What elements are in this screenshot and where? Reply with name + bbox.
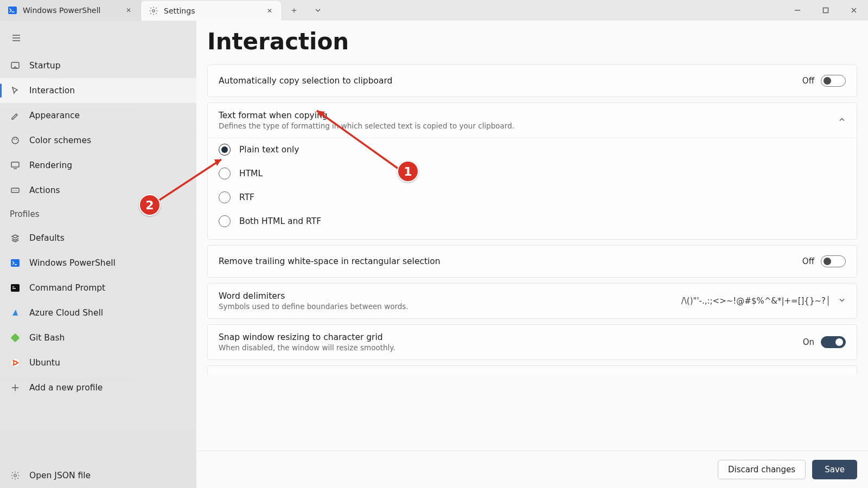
plus-icon — [10, 382, 21, 393]
setting-trim-whitespace[interactable]: Remove trailing white-space in rectangul… — [207, 245, 857, 278]
brush-icon — [10, 110, 21, 121]
sidebar-item-label: Color schemes — [29, 136, 91, 145]
maximize-button[interactable] — [812, 0, 840, 21]
toggle-switch[interactable] — [821, 255, 846, 267]
sidebar-open-json[interactable]: Open JSON file — [0, 463, 196, 488]
hamburger-button[interactable] — [3, 26, 29, 50]
sidebar-item-appearance[interactable]: Appearance — [0, 103, 196, 128]
monitor-icon — [10, 160, 21, 171]
radio-group-text-format: Plain text only HTML RTF Both HTML and R… — [208, 138, 857, 239]
svg-rect-4 — [11, 62, 19, 68]
svg-point-15 — [17, 362, 19, 364]
gear-icon — [10, 470, 21, 481]
setting-label: Text format when copying — [219, 111, 328, 120]
new-tab-button[interactable]: ＋ — [282, 0, 306, 21]
setting-description: Symbols used to define boundaries betwee… — [219, 302, 409, 311]
toggle-status: On — [803, 337, 814, 347]
svg-point-17 — [13, 364, 15, 366]
svg-rect-11 — [11, 284, 20, 292]
sidebar-item-color-schemes[interactable]: Color schemes — [0, 128, 196, 153]
svg-rect-12 — [11, 333, 20, 343]
svg-rect-10 — [11, 259, 20, 267]
sidebar-item-label: Add a new profile — [29, 383, 103, 393]
sidebar-profile-ubuntu[interactable]: Ubuntu — [0, 350, 196, 375]
setting-label: Automatically copy selection to clipboar… — [219, 76, 392, 86]
svg-rect-8 — [11, 162, 19, 167]
tab-dropdown-button[interactable] — [306, 0, 330, 21]
azure-icon — [10, 307, 21, 318]
sidebar-item-label: Appearance — [29, 111, 80, 120]
tab-title: Settings — [164, 7, 260, 15]
gear-icon — [149, 6, 158, 16]
toggle-switch[interactable] — [821, 336, 846, 348]
radio-icon — [219, 215, 231, 227]
setting-text-format: Text format when copying Defines the typ… — [207, 102, 857, 240]
setting-text-format-header[interactable]: Text format when copying Defines the typ… — [208, 103, 857, 138]
radio-both[interactable]: Both HTML and RTF — [219, 215, 846, 227]
startup-icon — [10, 60, 21, 71]
setting-label: Word delimiters — [219, 291, 285, 301]
sidebar-add-profile[interactable]: Add a new profile — [0, 375, 196, 400]
svg-point-6 — [14, 139, 15, 140]
setting-label: Snap window resizing to character grid — [219, 332, 383, 342]
ubuntu-icon — [10, 357, 21, 368]
radio-label: Both HTML and RTF — [239, 216, 321, 226]
toggle-switch[interactable] — [821, 75, 846, 87]
tab-settings[interactable]: Settings ✕ — [141, 1, 282, 21]
window-controls — [783, 0, 868, 21]
powershell-icon — [8, 5, 17, 15]
close-button[interactable] — [840, 0, 868, 21]
svg-point-1 — [152, 10, 155, 12]
cursor-icon — [10, 85, 21, 96]
radio-plain-text[interactable]: Plain text only — [219, 144, 846, 156]
sidebar-item-startup[interactable]: Startup — [0, 53, 196, 78]
keyboard-icon — [10, 185, 21, 196]
sidebar-item-label: Open JSON file — [29, 471, 91, 480]
svg-point-7 — [16, 139, 17, 140]
sidebar-profile-powershell[interactable]: Windows PowerShell — [0, 251, 196, 275]
toggle-status: Off — [802, 256, 814, 266]
save-button[interactable]: Save — [812, 460, 857, 479]
footer-bar: Discard changes Save — [196, 451, 868, 488]
svg-point-16 — [13, 360, 15, 362]
sidebar-item-label: Windows PowerShell — [29, 258, 116, 268]
svg-point-5 — [12, 137, 18, 144]
sidebar-profile-defaults[interactable]: Defaults — [0, 226, 196, 251]
sidebar: Startup Interaction Appearance Color sch… — [0, 21, 196, 488]
sidebar-profile-cmd[interactable]: Command Prompt — [0, 275, 196, 300]
close-icon[interactable]: ✕ — [265, 7, 274, 15]
radio-icon — [219, 191, 231, 203]
setting-snap-resize[interactable]: Snap window resizing to character grid W… — [207, 324, 857, 360]
sidebar-profile-gitbash[interactable]: Git Bash — [0, 325, 196, 350]
tab-powershell[interactable]: Windows PowerShell ✕ — [0, 0, 141, 21]
radio-rtf[interactable]: RTF — [219, 191, 846, 203]
setting-word-delimiters[interactable]: Word delimiters Symbols used to define b… — [207, 283, 857, 319]
sidebar-item-interaction[interactable]: Interaction — [0, 78, 196, 103]
radio-label: HTML — [239, 169, 263, 178]
page-title: Interaction — [207, 28, 857, 55]
tab-title: Windows PowerShell — [23, 6, 119, 15]
svg-rect-0 — [8, 7, 17, 14]
sidebar-item-label: Startup — [29, 61, 61, 70]
sidebar-item-label: Ubuntu — [29, 358, 60, 368]
radio-label: Plain text only — [239, 145, 299, 155]
svg-rect-3 — [824, 8, 828, 13]
sidebar-item-label: Actions — [29, 185, 60, 195]
minimize-button[interactable] — [783, 0, 812, 21]
sidebar-item-label: Azure Cloud Shell — [29, 308, 103, 318]
profiles-header: Profiles — [0, 203, 196, 222]
toggle-status: Off — [802, 76, 814, 86]
sidebar-profile-azure[interactable]: Azure Cloud Shell — [0, 300, 196, 325]
sidebar-item-label: Defaults — [29, 233, 65, 243]
radio-html[interactable]: HTML — [219, 168, 846, 179]
close-icon[interactable]: ✕ — [124, 6, 133, 15]
discard-button[interactable]: Discard changes — [718, 460, 806, 479]
sidebar-item-label: Rendering — [29, 160, 72, 170]
chevron-down-icon — [838, 296, 846, 306]
sidebar-item-actions[interactable]: Actions — [0, 178, 196, 203]
powershell-icon — [10, 258, 21, 268]
radio-icon — [219, 168, 231, 179]
sidebar-item-rendering[interactable]: Rendering — [0, 153, 196, 178]
layers-icon — [10, 233, 21, 243]
setting-copy-selection[interactable]: Automatically copy selection to clipboar… — [207, 65, 857, 97]
